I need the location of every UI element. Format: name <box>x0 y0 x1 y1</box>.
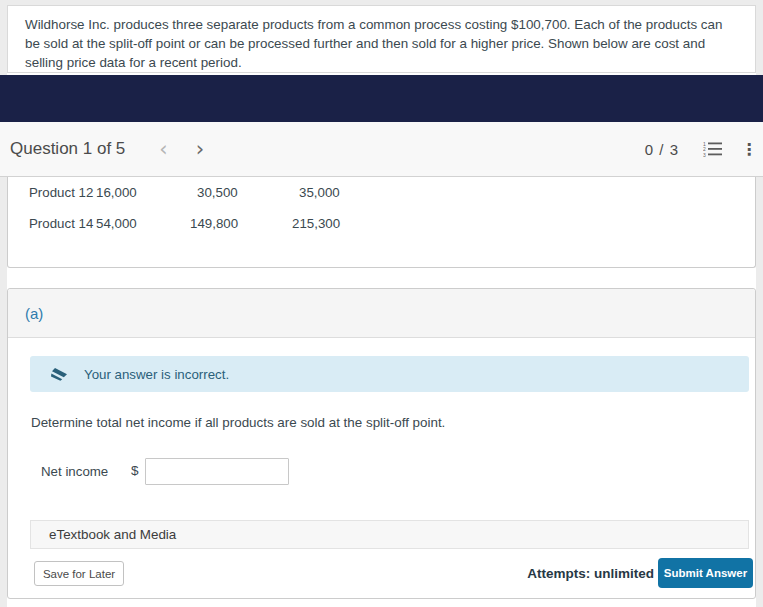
submit-answer-button[interactable]: Submit Answer <box>658 558 753 588</box>
score-display: 0 / 3 <box>645 141 679 158</box>
attempts-counter: Attempts: unlimited <box>527 566 654 581</box>
chevron-right-icon[interactable]: › <box>188 135 212 164</box>
problem-statement-text: Wildhorse Inc. produces three separate p… <box>25 17 722 70</box>
units-cell: 54,000 <box>96 216 137 231</box>
net-income-label: Net income <box>41 464 108 479</box>
pencil-icon <box>51 366 69 382</box>
splitoff-value-cell: 30,500 <box>197 185 238 200</box>
question-header: Question 1 of 5 ‹ › 0 / 3 1 2 3 ⋮ <box>0 122 763 177</box>
save-for-later-button[interactable]: Save for Later <box>34 561 124 586</box>
incorrect-answer-alert: Your answer is incorrect. <box>30 356 749 392</box>
top-navigation-bar <box>0 75 763 122</box>
question-header-right: 0 / 3 1 2 3 ⋮ <box>645 140 757 159</box>
problem-statement-panel: Wildhorse Inc. produces three separate p… <box>7 5 756 73</box>
cost-data-table-panel[interactable]: Product 12 16,000 30,500 35,000 Product … <box>7 177 756 268</box>
part-a-label: (a) <box>25 305 43 322</box>
question-title: Question 1 of 5 <box>10 139 125 159</box>
page: Wildhorse Inc. produces three separate p… <box>0 0 763 607</box>
chevron-left-icon[interactable]: ‹ <box>151 135 175 164</box>
splitoff-value-cell: 149,800 <box>190 216 238 231</box>
net-income-input[interactable] <box>145 458 289 485</box>
alert-message: Your answer is incorrect. <box>84 367 229 382</box>
question-prompt: Determine total net income if all produc… <box>31 415 445 430</box>
currency-symbol: $ <box>131 463 139 478</box>
part-a-panel: (a) Your answer is incorrect. Determine … <box>7 288 756 599</box>
units-cell: 16,000 <box>96 185 137 200</box>
numbered-list-icon: 1 2 3 <box>703 141 723 157</box>
processed-value-cell: 215,300 <box>292 216 340 231</box>
product-name-cell: Product 12 <box>29 185 93 200</box>
etextbook-media-bar[interactable]: eTextbook and Media <box>30 520 749 549</box>
svg-text:3: 3 <box>703 152 706 158</box>
question-list-icon[interactable]: 1 2 3 <box>703 141 723 157</box>
product-name-cell: Product 14 <box>29 216 93 231</box>
etextbook-media-label: eTextbook and Media <box>49 527 176 542</box>
processed-value-cell: 35,000 <box>299 185 340 200</box>
more-options-icon[interactable]: ⋮ <box>741 140 757 159</box>
part-a-header[interactable]: (a) <box>8 289 755 338</box>
